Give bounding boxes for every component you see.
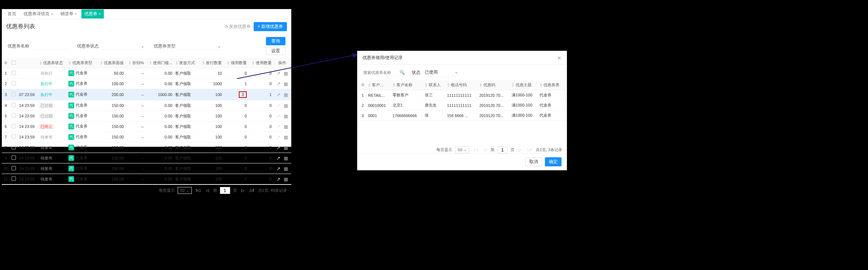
close-icon[interactable]: ✕ xyxy=(557,55,562,61)
sort-icon[interactable]: ▲▼ xyxy=(100,61,103,65)
table-row[interactable]: 2 00010001 北京1 唐先生 11111111111 2019120 7… xyxy=(359,100,565,111)
qr-icon[interactable]: ▦ xyxy=(284,145,288,150)
table-row[interactable]: 4 14 23:59 已过期 代代金券 150.00 -- 0.00 客户领取 … xyxy=(2,100,291,111)
qr-icon[interactable]: ▦ xyxy=(284,81,288,87)
tab-coupon[interactable]: 优惠券× xyxy=(81,9,104,18)
sort-icon[interactable]: ▲▼ xyxy=(227,61,230,65)
table-row[interactable]: 8 14 23:59 待发布 代代金券 150.00 -- 0.00 客户领取 … xyxy=(2,142,291,153)
tab-sales-order[interactable]: 销货单× xyxy=(58,9,80,18)
qr-icon[interactable]: ▦ xyxy=(284,176,288,182)
sort-icon[interactable]: ▲▼ xyxy=(512,83,515,87)
prev-page-button[interactable]: ◁ xyxy=(204,188,210,193)
select-all-checkbox[interactable] xyxy=(12,61,16,65)
sort-icon[interactable]: ▲▼ xyxy=(425,83,428,87)
first-page-button[interactable]: Ⅰ◁ xyxy=(472,148,479,152)
last-page-button[interactable]: ▷Ⅰ xyxy=(249,188,255,193)
close-icon[interactable]: × xyxy=(99,12,101,16)
row-checkbox[interactable] xyxy=(12,103,16,107)
row-checkbox[interactable] xyxy=(12,71,16,75)
table-row[interactable]: 11 14 23:59 待发布 代代金券 150.00 -- 0.00 客户领取… xyxy=(2,174,291,184)
voucher-type-icon: 代 xyxy=(68,92,74,97)
sort-icon[interactable]: ▲▼ xyxy=(149,61,152,65)
status-badge: 执行中 xyxy=(39,92,54,97)
sort-icon[interactable]: ▲▼ xyxy=(539,83,542,87)
first-page-button[interactable]: Ⅰ◁ xyxy=(195,188,202,193)
filter-name-input[interactable] xyxy=(32,42,68,50)
share-icon[interactable]: ↗ xyxy=(276,81,280,87)
row-checkbox[interactable] xyxy=(12,81,16,86)
row-checkbox[interactable] xyxy=(12,155,16,160)
per-page-select[interactable]: 50 ⌄ xyxy=(178,187,191,194)
search-box[interactable]: 🔍 xyxy=(363,69,406,76)
row-checkbox[interactable] xyxy=(12,145,16,149)
sort-icon[interactable]: ▲▼ xyxy=(68,61,71,65)
gear-icon[interactable]: ⚙ xyxy=(361,83,365,87)
distribute-coupon-link[interactable]: ⟳ 发放优惠券 xyxy=(225,24,251,30)
qr-icon[interactable]: ▦ xyxy=(284,155,288,161)
table-row[interactable]: 10 14 23:59 待发布 代代金券 150.00 -- 0.00 客户领取… xyxy=(2,163,291,174)
filter-type-select[interactable]: ⌄ xyxy=(178,43,222,50)
last-page-button[interactable]: ▷Ⅰ xyxy=(526,148,533,152)
share-icon: ↗ xyxy=(276,113,280,119)
close-icon[interactable]: × xyxy=(75,12,77,16)
qr-icon[interactable]: ▦ xyxy=(284,92,288,97)
qr-icon[interactable]: ▦ xyxy=(284,103,288,108)
table-row[interactable]: 2 执行中 代代金券 100.00 -- 0.00 客户领取 1000 1 0 … xyxy=(2,79,291,89)
state-select[interactable]: 已使用⌄ xyxy=(423,68,460,76)
tab-coupon-detail[interactable]: 优惠券详情页× xyxy=(21,9,56,18)
row-checkbox[interactable] xyxy=(12,166,16,170)
per-page-select[interactable]: 50 ⌄ xyxy=(455,146,469,153)
share-icon[interactable]: ↗ xyxy=(276,92,280,97)
filter-status-select[interactable]: ⌄ xyxy=(102,43,145,50)
sort-icon[interactable]: ▲▼ xyxy=(128,61,131,65)
prev-page-button[interactable]: ◁ xyxy=(482,148,488,152)
cancel-button[interactable]: 取消 xyxy=(525,157,542,166)
row-checkbox[interactable] xyxy=(12,113,16,118)
table-row[interactable]: 3 0001 17666666666 张 156 6666 ... 201912… xyxy=(359,111,565,121)
search-input[interactable] xyxy=(363,70,399,75)
query-button[interactable]: 查询 xyxy=(266,37,285,45)
next-page-button[interactable]: ▷ xyxy=(240,188,246,193)
close-icon[interactable]: × xyxy=(51,12,53,16)
sort-icon[interactable]: ▲▼ xyxy=(479,83,482,87)
voucher-type-icon: 代 xyxy=(68,155,74,161)
row-checkbox[interactable] xyxy=(12,92,16,96)
table-row[interactable]: 5 14 23:59 已过期 代代金券 150.00 -- 0.00 客户领取 … xyxy=(2,111,291,121)
share-icon: ↗ xyxy=(276,155,280,161)
table-row[interactable]: 7 14 23:59 待发布 代代金券 150.00 -- 0.00 客户领取 … xyxy=(2,132,291,142)
next-page-button[interactable]: ▷ xyxy=(517,148,523,152)
row-checkbox[interactable] xyxy=(12,134,16,139)
sort-icon[interactable]: ▲▼ xyxy=(393,83,395,87)
confirm-button[interactable]: 确定 xyxy=(545,157,562,166)
add-coupon-button[interactable]: + 新增优惠券 xyxy=(254,22,287,31)
sort-icon[interactable]: ▲▼ xyxy=(175,61,178,65)
table-row[interactable]: 1 待执行 代代金券 50.00 -- 0.00 客户领取 10 0 0 ↗ ▦ xyxy=(2,68,291,79)
page-input[interactable] xyxy=(220,187,230,194)
gear-icon[interactable]: ⚙ xyxy=(4,61,8,65)
row-checkbox[interactable] xyxy=(12,176,16,181)
table-row[interactable]: 9 14 23:59 待发布 代代金券 150.00 -- 0.00 客户领取 … xyxy=(2,153,291,163)
row-checkbox[interactable] xyxy=(12,124,16,128)
page-title: 优惠券列表 xyxy=(6,23,35,30)
qr-icon[interactable]: ▦ xyxy=(284,166,288,171)
sort-icon[interactable]: ▲▼ xyxy=(39,61,42,65)
usage-record-table: ⚙ ▲▼ 客户... ▲▼ 客户名称 ▲▼ 联系人 ▲▼ 电话号码 ▲▼ 优惠码… xyxy=(359,80,565,121)
tab-home[interactable]: 首页 xyxy=(5,9,19,18)
search-icon[interactable]: 🔍 xyxy=(399,70,405,75)
sort-icon[interactable]: ▲▼ xyxy=(252,61,255,65)
share-icon[interactable]: ↗ xyxy=(276,71,280,76)
table-row[interactable]: 1 RETAIL... 零散客户 张三 11111111111 2019120 … xyxy=(359,90,565,100)
sort-icon[interactable]: ▲▼ xyxy=(202,61,205,65)
qr-icon[interactable]: ▦ xyxy=(284,124,288,129)
qr-icon[interactable]: ▦ xyxy=(284,71,288,76)
qr-icon[interactable]: ▦ xyxy=(284,113,288,119)
claim-count-highlighted[interactable]: 3 xyxy=(239,91,247,98)
settings-button[interactable]: 设置 xyxy=(266,47,285,55)
sort-icon[interactable]: ▲▼ xyxy=(447,83,450,87)
qr-icon[interactable]: ▦ xyxy=(284,134,288,140)
table-row[interactable]: 6 14 23:59 已终止 代代金券 150.00 -- 0.00 客户领取 … xyxy=(2,121,291,132)
share-icon: ↗ xyxy=(276,103,280,108)
table-row[interactable]: 3 07 23:59 执行中 代代金券 200.00 -- 1000.00 客户… xyxy=(2,89,291,100)
sort-icon[interactable]: ▲▼ xyxy=(368,83,371,87)
page-input[interactable] xyxy=(497,146,508,153)
